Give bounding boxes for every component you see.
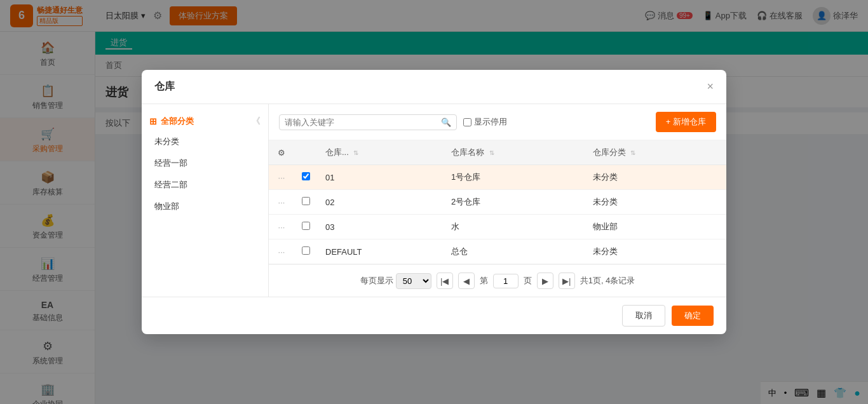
cat-item-operations2[interactable]: 经营二部 [142,174,268,196]
cell-name: 1号仓库 [444,165,585,190]
cell-gear: ··· [269,239,294,264]
per-page-select[interactable]: 50 20 100 [396,273,431,289]
cell-category: 未分类 [585,165,727,190]
page-suffix: 页 [524,275,532,286]
table-body: ··· 01 1号仓库 未分类 ··· 02 2号仓库 未分类 ··· 03 水… [269,165,726,264]
cell-name: 总仓 [444,239,585,264]
cell-num: 03 [318,215,444,239]
cell-checkbox[interactable] [294,239,318,264]
cell-checkbox[interactable] [294,165,318,190]
all-category-header[interactable]: ⊞ 全部分类 《 [142,112,268,131]
cat-item-unclassified[interactable]: 未分类 [142,131,268,152]
modal-footer: 取消 确定 [142,297,726,334]
th-checkbox [294,140,318,165]
table-header-row: ⚙ 仓库... ⇅ 仓库名称 ⇅ [269,140,726,165]
show-disabled-toggle[interactable]: 显示停用 [463,116,507,128]
cat-item-property[interactable]: 物业部 [142,196,268,217]
page-prev-btn[interactable]: ◀ [458,273,475,289]
th-name: 仓库名称 ⇅ [444,140,585,165]
cell-gear: ··· [269,190,294,215]
row-checkbox[interactable] [302,246,310,255]
table-row[interactable]: ··· 01 1号仓库 未分类 [269,165,726,190]
cell-num: 01 [318,165,444,190]
row-checkbox[interactable] [302,197,310,205]
search-input[interactable] [285,118,437,127]
sort-code-icon: ⇅ [353,149,358,156]
cat-item-operations1[interactable]: 经营一部 [142,152,268,174]
warehouse-table: ⚙ 仓库... ⇅ 仓库名称 ⇅ [269,140,726,264]
per-page-label: 每页显示 [360,275,393,286]
modal-overlay: 仓库 × ⊞ 全部分类 《 未分类 经营一部 经营二部 物业部 [0,0,868,404]
th-code: 仓库... ⇅ [318,140,444,165]
modal-body: ⊞ 全部分类 《 未分类 经营一部 经营二部 物业部 🔍 [142,104,726,297]
row-checkbox[interactable] [302,222,310,230]
sort-category-icon: ⇅ [630,149,635,156]
cell-name: 2号仓库 [444,190,585,215]
category-panel: ⊞ 全部分类 《 未分类 经营一部 经营二部 物业部 [142,104,269,297]
table-toolbar: 🔍 显示停用 + 新增仓库 [269,104,726,140]
cell-num: 02 [318,190,444,215]
pagination: 每页显示 50 20 100 |◀ ◀ 第 页 ▶ ▶| 共1页, 4条记录 [269,264,726,297]
collapse-icon[interactable]: 《 [252,116,261,127]
cell-checkbox[interactable] [294,190,318,215]
show-disabled-label: 显示停用 [474,116,507,128]
cell-category: 物业部 [585,215,727,239]
table-row[interactable]: ··· 02 2号仓库 未分类 [269,190,726,215]
row-checkbox[interactable] [302,172,310,180]
all-category-label: 全部分类 [161,116,194,127]
warehouse-modal: 仓库 × ⊞ 全部分类 《 未分类 经营一部 经营二部 物业部 [142,70,726,334]
cell-category: 未分类 [585,239,727,264]
sort-name-icon: ⇅ [489,149,494,156]
page-label: 第 [480,275,488,286]
page-first-btn[interactable]: |◀ [437,273,453,289]
cell-gear: ··· [269,165,294,190]
th-category: 仓库分类 ⇅ [585,140,727,165]
modal-header: 仓库 × [142,70,726,104]
page-next-btn[interactable]: ▶ [537,273,553,289]
data-table: ⚙ 仓库... ⇅ 仓库名称 ⇅ [269,140,726,264]
table-panel: 🔍 显示停用 + 新增仓库 ⚙ [269,104,726,297]
search-box: 🔍 [279,114,457,130]
confirm-btn[interactable]: 确定 [672,306,714,326]
search-icon: 🔍 [441,118,451,127]
modal-title: 仓库 [154,80,175,93]
grid-icon: ⊞ [149,116,157,126]
cell-checkbox[interactable] [294,215,318,239]
table-row[interactable]: ··· DEFAULT 总仓 未分类 [269,239,726,264]
page-last-btn[interactable]: ▶| [559,273,575,289]
cell-category: 未分类 [585,190,727,215]
cell-num: DEFAULT [318,239,444,264]
show-disabled-checkbox[interactable] [463,118,471,126]
page-size-group: 每页显示 50 20 100 [360,273,431,289]
add-warehouse-btn[interactable]: + 新增仓库 [656,112,716,132]
page-total-info: 共1页, 4条记录 [580,275,635,286]
table-row[interactable]: ··· 03 水 物业部 [269,215,726,239]
page-number-input[interactable] [493,274,519,288]
th-settings: ⚙ [269,140,294,165]
cell-gear: ··· [269,215,294,239]
cell-name: 水 [444,215,585,239]
cancel-btn[interactable]: 取消 [622,305,665,327]
modal-close-btn[interactable]: × [707,80,714,93]
